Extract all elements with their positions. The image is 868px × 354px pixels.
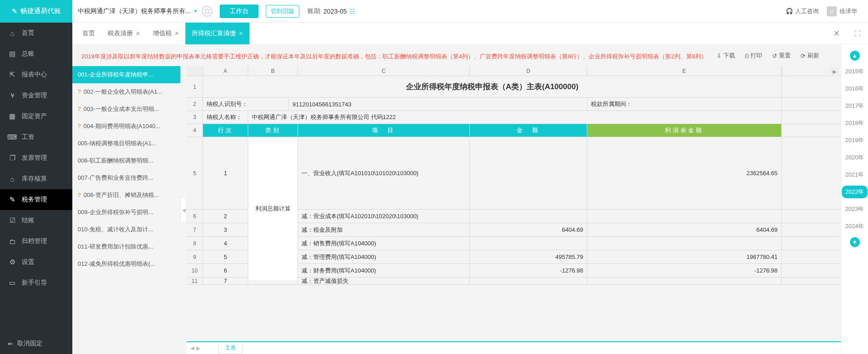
- print-button[interactable]: ⎙ 打印: [745, 52, 762, 60]
- row-number[interactable]: 1: [187, 76, 203, 97]
- cell[interactable]: 减：销售费用(填写A104000): [298, 237, 470, 250]
- list-item[interactable]: 010-免税、减计收入及加计...: [72, 221, 180, 238]
- cell[interactable]: -1276.98: [470, 264, 587, 277]
- year-2016年[interactable]: 2016年: [842, 82, 868, 95]
- sheet-scroll-right-icon[interactable]: ▶: [830, 67, 839, 76]
- list-item[interactable]: 011-研发费用加计扣除优惠...: [72, 238, 180, 255]
- cell[interactable]: -1276.98: [587, 264, 782, 277]
- row-number[interactable]: 4: [187, 124, 203, 137]
- sidebar-item-归档管理[interactable]: 🗀归档管理: [0, 231, 72, 252]
- cell[interactable]: 6: [203, 264, 248, 277]
- close-icon[interactable]: ✕: [136, 30, 140, 37]
- cell[interactable]: 6404.69: [470, 223, 587, 236]
- corner-cell[interactable]: [187, 66, 203, 76]
- cell[interactable]: 减：资产减值损失: [298, 277, 470, 284]
- tab-税表清册[interactable]: 税表清册✕: [101, 23, 146, 44]
- year-2020年[interactable]: 2020年: [842, 151, 868, 164]
- row-number[interactable]: 10: [187, 264, 203, 277]
- year-2024年[interactable]: 2024年: [842, 220, 868, 233]
- workbench-button[interactable]: 工作台: [220, 5, 259, 18]
- col-C[interactable]: C: [298, 66, 470, 76]
- tab-所得税汇算清缴[interactable]: 所得税汇算清缴✕: [185, 23, 250, 44]
- download-button[interactable]: ⇩ 下载: [717, 52, 735, 60]
- list-item[interactable]: 001-企业所得税年度纳税申...: [72, 66, 180, 83]
- sidebar-item-结账[interactable]: ☑结账: [0, 210, 72, 231]
- sidebar-item-发票管理[interactable]: ❐发票管理: [0, 148, 72, 168]
- col-A[interactable]: A: [203, 66, 248, 76]
- row-number[interactable]: 8: [187, 237, 203, 250]
- refresh-button[interactable]: ⟳ 刷新: [801, 52, 819, 60]
- cell[interactable]: 2: [203, 210, 248, 223]
- list-item[interactable]: 005-纳税调整项目明细表(A1...: [72, 135, 180, 152]
- cell[interactable]: 7: [203, 277, 248, 284]
- sidebar-item-固定资产[interactable]: ▦固定资产: [0, 106, 72, 127]
- cell[interactable]: 减：营业成本(填写A102010\102020\103000): [298, 210, 470, 223]
- sheet-nav[interactable]: ◀▶: [190, 345, 200, 351]
- cell[interactable]: 1: [203, 137, 248, 209]
- cell[interactable]: 减：管理费用(填写A104000): [298, 250, 470, 263]
- tab-增值税[interactable]: 增值税✕: [146, 23, 185, 44]
- brand-logo[interactable]: ✎ 畅捷通易代账: [0, 0, 72, 23]
- year-2021年[interactable]: 2021年: [842, 168, 868, 181]
- sidebar-item-设置[interactable]: ⚙设置: [0, 252, 72, 273]
- sidebar-item-首页[interactable]: ⌂首页: [0, 23, 72, 43]
- cell[interactable]: [587, 210, 782, 223]
- year-2015年[interactable]: 2015年: [842, 65, 868, 78]
- close-icon[interactable]: ✕: [239, 30, 243, 37]
- sidebar-item-总账[interactable]: ▤总账: [0, 43, 72, 64]
- switch-old-button[interactable]: 切到旧版: [266, 5, 299, 18]
- year-2023年[interactable]: 2023年: [842, 203, 868, 215]
- col-E[interactable]: E: [587, 66, 782, 76]
- cell[interactable]: [470, 137, 587, 209]
- row-number[interactable]: 9: [187, 250, 203, 263]
- cell[interactable]: 4: [203, 237, 248, 250]
- list-item[interactable]: ?002-一般企业收入明细表(A1...: [72, 83, 180, 100]
- year-2019年[interactable]: 2019年: [842, 134, 868, 147]
- tab-首页[interactable]: 首页: [76, 23, 101, 44]
- sidebar-item-报表中心[interactable]: ⇱报表中心: [0, 64, 72, 85]
- list-item[interactable]: 009-企业所得税弥补亏损明...: [72, 204, 180, 221]
- sheet-tab-main[interactable]: 主表: [218, 342, 243, 354]
- row-number[interactable]: 7: [187, 223, 203, 236]
- unpin-button[interactable]: ⇤取消固定: [0, 333, 72, 354]
- col-B[interactable]: B: [248, 66, 298, 76]
- cell[interactable]: [470, 237, 587, 250]
- year-up-icon[interactable]: ▲: [850, 51, 860, 61]
- cell[interactable]: [587, 237, 782, 250]
- list-item[interactable]: 012-减免所得税优惠明细表(...: [72, 255, 180, 273]
- reset-button[interactable]: ↺ 重置: [772, 52, 791, 60]
- cell[interactable]: 一、营业收入(填写A101010\101020\103000): [298, 137, 470, 209]
- sidebar-item-库存核算[interactable]: ⌂库存核算: [0, 168, 72, 189]
- close-tab-icon[interactable]: ✕: [826, 29, 847, 38]
- cell[interactable]: 2362564.65: [587, 137, 782, 209]
- calendar-icon[interactable]: ☷: [349, 8, 355, 15]
- cell[interactable]: [470, 277, 587, 284]
- cell[interactable]: 减：财务费用(填写A104000): [298, 264, 470, 277]
- user-menu[interactable]: ☺ 徐泽华: [827, 6, 857, 16]
- cell[interactable]: 5: [203, 250, 248, 263]
- row-number[interactable]: 11: [187, 277, 203, 284]
- cell[interactable]: 495785.79: [470, 250, 587, 263]
- cell[interactable]: 6404.69: [587, 223, 782, 236]
- cell[interactable]: [470, 210, 587, 223]
- sidebar-item-税务管理[interactable]: ✎税务管理: [0, 189, 72, 210]
- row-number[interactable]: 2: [187, 98, 203, 110]
- list-item[interactable]: 007-广告费和业务宣传费跨...: [72, 169, 180, 187]
- list-item[interactable]: ?008-资产折旧、摊销及纳税...: [72, 187, 180, 204]
- year-down-icon[interactable]: ▼: [850, 237, 860, 247]
- close-icon[interactable]: ✕: [175, 30, 179, 37]
- list-item[interactable]: ?004-期间费用明细表(A1040...: [72, 118, 180, 135]
- fullscreen-icon[interactable]: ⛶: [847, 30, 868, 37]
- sidebar-item-工资[interactable]: ⌨工资: [0, 127, 72, 148]
- year-2018年[interactable]: 2018年: [842, 117, 868, 129]
- cell[interactable]: [587, 277, 782, 284]
- list-item[interactable]: 006-职工薪酬纳税调整明细...: [72, 152, 180, 169]
- sidebar-item-资金管理[interactable]: ￥资金管理: [0, 85, 72, 106]
- year-2022年[interactable]: 2022年: [842, 186, 868, 198]
- history-icon[interactable]: [198, 2, 216, 20]
- company-selector[interactable]: 中税网通广泽（天津）税务师事务所有... ▼: [78, 7, 198, 15]
- cell[interactable]: 1967780.41: [587, 250, 782, 263]
- support-link[interactable]: 🎧人工咨询: [786, 7, 819, 15]
- list-item[interactable]: ?003-一般企业成本支出明细...: [72, 100, 180, 118]
- cell[interactable]: 3: [203, 223, 248, 236]
